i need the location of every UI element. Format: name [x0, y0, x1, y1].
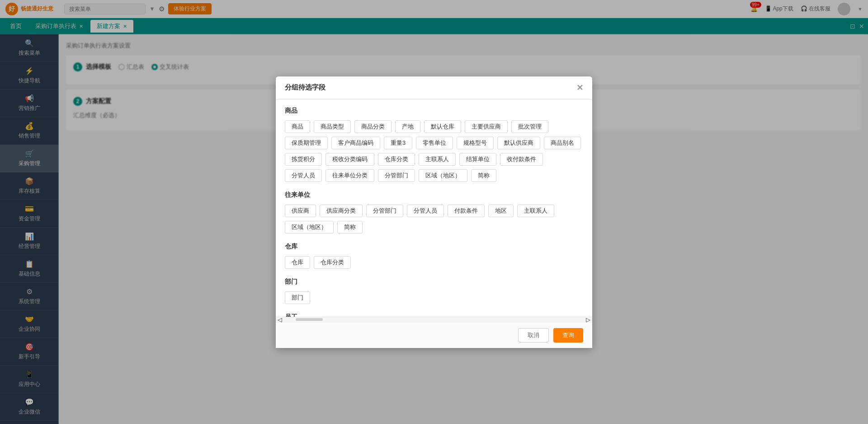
field-tag[interactable]: 简称	[337, 221, 363, 233]
field-tag[interactable]: 主联系人	[517, 205, 554, 217]
field-tag[interactable]: 分管人员	[285, 169, 322, 182]
field-section-title-product: 商品	[285, 107, 583, 115]
modal-header: 分组待选字段 ✕	[276, 76, 592, 100]
field-tag[interactable]: 客户商品编码	[331, 137, 380, 149]
field-tag[interactable]: 批次管理	[511, 120, 548, 133]
field-tag[interactable]: 收付款条件	[500, 153, 543, 166]
field-tag[interactable]: 分管部门	[366, 205, 403, 217]
field-tag[interactable]: 重量3	[384, 137, 412, 149]
field-section-partner: 往来单位 供应商 供应商分类 分管部门 分管人员 付款条件 地区 主联系人 区域…	[285, 191, 583, 233]
modal-horizontal-scrollbar[interactable]: ◁ ▷	[276, 317, 592, 322]
field-section-title-employee: 员工	[285, 313, 583, 317]
field-tag[interactable]: 地区	[488, 205, 514, 217]
field-tag[interactable]: 商品分类	[354, 120, 392, 133]
field-selection-modal: 分组待选字段 ✕ 商品 商品 商品类型 商品分类 产地 默认仓库 主要供应商 批…	[276, 76, 592, 348]
field-tag[interactable]: 保质期管理	[285, 137, 328, 149]
field-tag[interactable]: 供应商	[285, 205, 316, 217]
modal-title: 分组待选字段	[285, 83, 326, 92]
field-tag[interactable]: 零售单位	[416, 137, 453, 149]
field-tag[interactable]: 仓库分类	[378, 153, 415, 166]
hscroll-thumb[interactable]	[296, 318, 323, 321]
field-section-department: 部门 部门	[285, 278, 583, 304]
field-tags-product: 商品 商品类型 商品分类 产地 默认仓库 主要供应商 批次管理 保质期管理 客户…	[285, 120, 583, 182]
field-tag[interactable]: 商品别名	[544, 137, 581, 149]
field-tag[interactable]: 结算单位	[459, 153, 496, 166]
modal-close-button[interactable]: ✕	[576, 83, 583, 93]
field-tag[interactable]: 供应商分类	[320, 205, 363, 217]
field-tag[interactable]: 付款条件	[448, 205, 485, 217]
field-tag[interactable]: 税收分类编码	[326, 153, 374, 166]
field-section-title-warehouse: 仓库	[285, 243, 583, 251]
modal-overlay: 分组待选字段 ✕ 商品 商品 商品类型 商品分类 产地 默认仓库 主要供应商 批…	[0, 0, 868, 424]
field-tag[interactable]: 分管人员	[407, 205, 444, 217]
field-tag[interactable]: 产地	[395, 120, 420, 133]
field-tag[interactable]: 规格型号	[457, 137, 494, 149]
field-section-title-partner: 往来单位	[285, 191, 583, 199]
field-tag[interactable]: 简称	[471, 169, 496, 182]
field-tag[interactable]: 默认供应商	[497, 137, 540, 149]
field-tag[interactable]: 仓库分类	[314, 256, 351, 269]
modal-footer: 取消 查询	[276, 322, 592, 348]
field-tag[interactable]: 区域（地区）	[419, 169, 467, 182]
confirm-button[interactable]: 查询	[553, 328, 583, 343]
field-section-title-department: 部门	[285, 278, 583, 286]
field-tag[interactable]: 仓库	[285, 256, 310, 269]
field-tags-department: 部门	[285, 291, 583, 304]
field-tag[interactable]: 主要供应商	[465, 120, 508, 133]
field-section-product: 商品 商品 商品类型 商品分类 产地 默认仓库 主要供应商 批次管理 保质期管理…	[285, 107, 583, 182]
field-tag[interactable]: 默认仓库	[424, 120, 461, 133]
field-tag[interactable]: 主联系人	[419, 153, 456, 166]
field-tags-warehouse: 仓库 仓库分类	[285, 256, 583, 269]
field-tags-partner: 供应商 供应商分类 分管部门 分管人员 付款条件 地区 主联系人 区域（地区） …	[285, 205, 583, 233]
field-section-warehouse: 仓库 仓库 仓库分类	[285, 243, 583, 269]
field-tag[interactable]: 拣货积分	[285, 153, 322, 166]
modal-body[interactable]: 商品 商品 商品类型 商品分类 产地 默认仓库 主要供应商 批次管理 保质期管理…	[276, 100, 592, 317]
field-tag[interactable]: 商品	[285, 120, 310, 133]
cancel-button[interactable]: 取消	[518, 328, 549, 343]
field-tag[interactable]: 商品类型	[314, 120, 351, 133]
field-tag[interactable]: 往来单位分类	[326, 169, 374, 182]
field-tag[interactable]: 部门	[285, 291, 310, 304]
field-tag[interactable]: 区域（地区）	[285, 221, 334, 233]
field-tag[interactable]: 分管部门	[378, 169, 415, 182]
field-section-employee: 员工 业务员	[285, 313, 583, 317]
